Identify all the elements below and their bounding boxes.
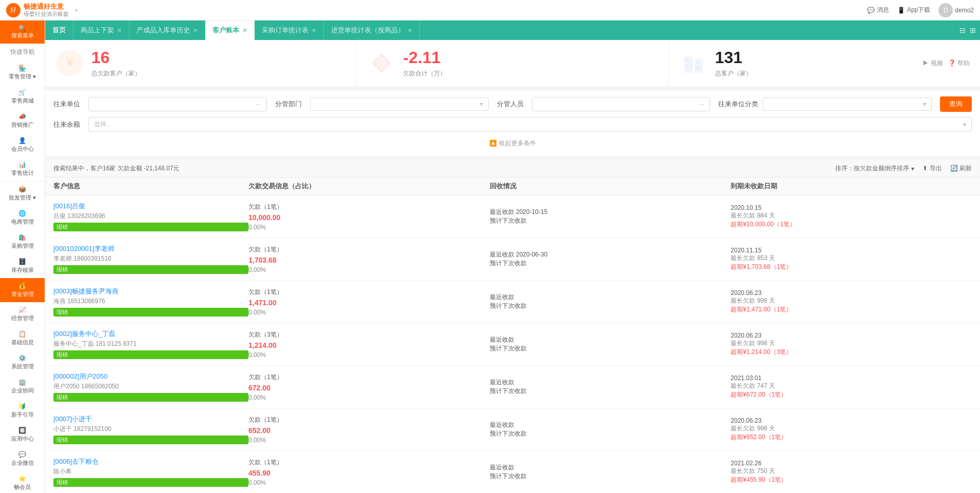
customer-name-3[interactable]: [0002]服务中心_丁磊 — [53, 329, 248, 339]
video-btn[interactable]: ▶ 视频 — [923, 59, 943, 68]
tab-customer-account-close[interactable]: ✕ — [242, 27, 247, 34]
sidebar-item-retail-stats[interactable]: 📊 零售统计 — [0, 157, 45, 181]
customer-name-4[interactable]: [000002]用户2050 — [53, 372, 248, 381]
stat-label-total-customers: 总客户（家） — [715, 69, 916, 78]
customer-name-2[interactable]: [0003]畅捷服务尹海燕 — [53, 287, 248, 296]
overdue-amount-1[interactable]: 超期¥1,703.68（1笔） — [731, 263, 972, 271]
user-area[interactable]: D demo2 — [938, 3, 974, 17]
debt-amount-3[interactable]: 1,214.00 — [248, 341, 490, 349]
sidebar-item-inventory[interactable]: 🗄️ 库存核算 — [0, 254, 45, 278]
query-button[interactable]: 查询 — [940, 96, 972, 112]
stat-icon-yuan: ¥ — [55, 49, 84, 77]
due-date-3: 2020.06.23 — [731, 332, 972, 339]
tab-purchase-order-close[interactable]: ✕ — [312, 27, 316, 34]
dept-chevron-icon: ▾ — [480, 101, 483, 108]
sort-select[interactable]: 排序：按欠款金额倒序排序 ▾ — [835, 164, 914, 173]
cell-customer-4: [000002]用户2050 用户2050 18665062050 现销 — [53, 372, 248, 402]
tabs-minimize-btn[interactable]: ⊟ — [959, 26, 966, 34]
stat-info-debt-amount: -2.11 欠款合计（万） — [403, 48, 658, 78]
overdue-amount-4[interactable]: 超期¥672.00（1笔） — [731, 390, 972, 399]
sidebar-item-member[interactable]: 👤 会员中心 — [0, 133, 45, 157]
tab-customer-account[interactable]: 客户账本 ✕ — [205, 21, 255, 40]
message-btn[interactable]: 💬 消息 — [867, 6, 889, 14]
debt-percent-0: 0.00% — [248, 224, 490, 231]
refresh-label: 刷新 — [959, 165, 972, 172]
svg-rect-10 — [697, 62, 699, 64]
customer-name-0[interactable]: [0016]吕俊 — [53, 202, 248, 211]
tab-import-stats-label: 进货单统计表（按商品） — [331, 26, 405, 35]
retail-stats-icon: 📊 — [18, 161, 26, 168]
sidebar-item-marketing[interactable]: 📣 营销推广 — [0, 109, 45, 133]
filter-source-unit-input[interactable]: ··· — [88, 97, 267, 111]
debt-amount-2[interactable]: 1,471.00 — [248, 299, 490, 307]
debt-amount-4[interactable]: 672.00 — [248, 384, 490, 392]
tab-products-off-close[interactable]: ✕ — [117, 27, 122, 34]
balance-chevron-icon: ▾ — [963, 121, 966, 128]
filter-balance-select[interactable]: 选择... ▾ — [88, 117, 972, 132]
customer-name-5[interactable]: [0007]小进千 — [53, 415, 248, 424]
collapse-label: 收起更多条件 — [499, 140, 536, 147]
sidebar-item-retail-store[interactable]: 🛒 零售商城 — [0, 85, 45, 109]
filter-manager-input[interactable]: ··· — [532, 97, 710, 111]
filter-source-unit-label: 往来单位 — [53, 100, 84, 109]
sidebar-item-operations[interactable]: 📈 经营管理 — [0, 302, 45, 326]
tab-products-off[interactable]: 商品上下架 ✕ — [73, 21, 129, 40]
app-download-btn[interactable]: 📱 App下载 — [897, 6, 930, 14]
collapse-row[interactable]: 🔼 收起更多条件 — [53, 137, 972, 150]
sidebar-item-capital[interactable]: 💰 资金管理 — [0, 278, 45, 302]
new-guide-label: 新手引导 — [11, 411, 34, 419]
customer-name-6[interactable]: [0006]去下粮仓 — [53, 457, 248, 466]
overdue-amount-6[interactable]: 超期¥455.90（1笔） — [731, 476, 972, 484]
overdue-amount-3[interactable]: 超期¥1,214.00（3笔） — [731, 348, 972, 357]
debt-amount-1[interactable]: 1,703.68 — [248, 256, 490, 264]
filter-unit-category-select[interactable]: ▾ — [762, 97, 932, 111]
col-header-collection: 回收情况 — [490, 182, 731, 191]
debt-amount-6[interactable]: 455.90 — [248, 469, 490, 477]
stat-actions: ▶ 视频 ❓ 帮助 — [923, 59, 970, 68]
cell-debt-2: 欠款（1笔） 1,471.00 0.00% — [248, 287, 490, 317]
tab-produce-history-close[interactable]: ✕ — [193, 27, 198, 34]
sidebar-item-basic-info[interactable]: 📋 基础信息 — [0, 326, 45, 350]
cell-due-0: 2020.10.15 最长欠款 884 天 超期¥10,000.00（1笔） — [731, 202, 972, 231]
overdue-amount-2[interactable]: 超期¥1,471.00（1笔） — [731, 305, 972, 314]
last-collection-3: 最近收款 — [490, 336, 731, 344]
debt-amount-5[interactable]: 652.00 — [248, 426, 490, 435]
sidebar-item-enterprise[interactable]: 🏢 企业协同 — [0, 374, 45, 399]
manager-text-input[interactable] — [537, 101, 699, 108]
source-unit-text-input[interactable] — [94, 101, 255, 108]
sidebar-search[interactable]: 🔍 搜索菜单 — [0, 21, 45, 44]
cell-debt-3: 欠款（3笔） 1,214.00 0.00% — [248, 329, 490, 359]
refresh-btn[interactable]: 🔄 刷新 — [950, 164, 972, 173]
customer-name-1[interactable]: [0001020001]李老师 — [53, 244, 248, 253]
tabs-fullscreen-btn[interactable]: ⊞ — [970, 26, 976, 34]
sidebar-item-retail-mgmt[interactable]: 🏪 零售管理 ▾ — [0, 61, 45, 85]
tab-import-stats[interactable]: 进货单统计表（按商品） ✕ — [324, 21, 420, 40]
due-date-0: 2020.10.15 — [731, 204, 972, 211]
help-btn[interactable]: ❓ 帮助 — [948, 59, 970, 68]
tab-home[interactable]: 首页 — [45, 21, 73, 40]
due-date-5: 2020.06.23 — [731, 417, 972, 424]
tab-produce-history[interactable]: 产成品入库单历史 ✕ — [129, 21, 205, 40]
overdue-amount-0[interactable]: 超期¥10,000.00（1笔） — [731, 220, 972, 229]
sidebar-item-ecommerce[interactable]: 🌐 电商管理 — [0, 206, 45, 230]
overdue-amount-5[interactable]: 超期¥652.00（1笔） — [731, 433, 972, 442]
tab-purchase-order[interactable]: 采购订单统计表 ✕ — [255, 21, 324, 40]
export-btn[interactable]: ⬆ 导出 — [923, 164, 941, 173]
cell-customer-2: [0003]畅捷服务尹海燕 海燕 18513066976 现销 — [53, 287, 248, 317]
sidebar-item-app-center[interactable]: 🔲 应用中心 — [0, 423, 45, 447]
retail-stats-label: 零售统计 — [11, 169, 34, 177]
customer-sub-2: 海燕 18513066976 — [53, 297, 248, 306]
debt-amount-0[interactable]: 10,000.00 — [248, 213, 490, 222]
stat-number-total-customers: 131 — [715, 48, 916, 67]
last-collection-2: 最近收款 — [490, 293, 731, 302]
filter-dept-select[interactable]: ▾ — [310, 97, 489, 111]
tab-import-stats-close[interactable]: ✕ — [408, 27, 412, 34]
sidebar-item-vip[interactable]: ⭐ 畅会员 — [0, 471, 45, 493]
debt-percent-3: 0.00% — [248, 351, 490, 359]
sidebar-item-corp-wechat[interactable]: 💬 企业微信 — [0, 447, 45, 471]
sidebar-item-batch-mgmt[interactable]: 📦 批发管理 ▾ — [0, 182, 45, 206]
sidebar-item-purchase[interactable]: 🛍️ 采购管理 — [0, 230, 45, 254]
sidebar-item-system[interactable]: ⚙️ 系统管理 — [0, 350, 45, 374]
sidebar-item-new-guide[interactable]: 🔰 新手引导 — [0, 399, 45, 423]
nav-group-batch: 📦 批发管理 ▾ 🌐 电商管理 🛍️ 采购管理 🗄️ 库存核算 💰 资金管理 📈 — [0, 182, 45, 493]
